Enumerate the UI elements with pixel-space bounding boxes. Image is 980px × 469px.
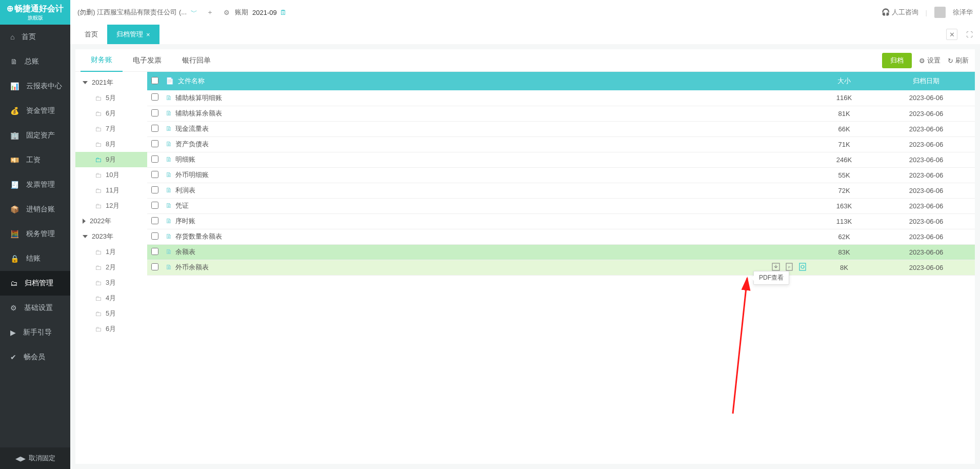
file-date: 2023-06-06 — [877, 229, 975, 244]
tree-year[interactable]: 2023年 — [75, 229, 147, 244]
row-checkbox[interactable] — [151, 171, 158, 178]
calendar-icon[interactable]: 🗓 — [280, 9, 287, 16]
chevron-down-icon[interactable]: ﹀ — [191, 8, 197, 17]
table-row[interactable]: 🗎利润表72K2023-06-06 — [147, 183, 975, 198]
table-row[interactable]: 🗎辅助核算明细账116K2023-06-06 — [147, 90, 975, 106]
sidebar-item-12[interactable]: ▶新手引导 — [0, 320, 70, 345]
file-name: 凭证 — [175, 202, 189, 209]
file-date: 2023-06-06 — [877, 90, 975, 106]
row-checkbox[interactable] — [151, 155, 158, 163]
sidebar-item-2[interactable]: 📊云报表中心 — [0, 74, 70, 99]
refresh-button[interactable]: ↻刷新 — [948, 56, 969, 65]
sidebar-item-1[interactable]: 🗎总账 — [0, 49, 70, 74]
avatar[interactable] — [934, 7, 946, 18]
subtab-bank[interactable]: 银行回单 — [172, 49, 221, 72]
file-size: 116K — [811, 90, 877, 106]
table-row[interactable]: 🗎序时账113K2023-06-06 — [147, 213, 975, 229]
sidebar-item-11[interactable]: ⚙基础设置 — [0, 296, 70, 320]
table-row[interactable]: 🗎外币明细账55K2023-06-06 — [147, 167, 975, 183]
tree-month[interactable]: 🗀6月 — [75, 106, 147, 121]
subtab-einvoice[interactable]: 电子发票 — [123, 49, 172, 72]
file-date: 2023-06-06 — [877, 213, 975, 229]
close-all-button[interactable]: ✕ — [946, 29, 957, 40]
folder-icon: 🗀 — [95, 156, 102, 164]
period-value[interactable]: 2021-09 — [252, 9, 277, 16]
col-filename[interactable]: 📄文件名称 — [163, 72, 811, 90]
sidebar-item-8[interactable]: 🧮税务管理 — [0, 222, 70, 246]
fullscreen-icon[interactable]: ⛶ — [964, 29, 975, 40]
close-icon[interactable]: × — [146, 31, 150, 38]
tree-month[interactable]: 🗀5月 — [75, 306, 147, 321]
table-row[interactable]: 🗎外币余额表P8K2023-06-06 — [147, 260, 975, 275]
tree-month[interactable]: 🗀7月 — [75, 121, 147, 136]
table-row[interactable]: 🗎明细账246K2023-06-06 — [147, 152, 975, 167]
table-row[interactable]: 🗎资产负债表71K2023-06-06 — [147, 136, 975, 152]
table-row[interactable]: 🗎现金流量表66K2023-06-06 — [147, 121, 975, 136]
pdf-view-icon[interactable] — [798, 263, 807, 271]
table-row[interactable]: 🗎余额表83K2023-06-06 — [147, 244, 975, 260]
sidebar-unpin[interactable]: ◀▶取消固定 — [0, 447, 70, 469]
download-pdf-icon[interactable]: P — [785, 263, 793, 271]
gear-icon[interactable]: ⚙ — [224, 9, 230, 16]
tree-month[interactable]: 🗀1月 — [75, 244, 147, 260]
tree-month[interactable]: 🗀10月 — [75, 167, 147, 183]
settings-button[interactable]: ⚙设置 — [919, 56, 941, 65]
row-checkbox[interactable] — [151, 93, 158, 101]
file-name: 序时账 — [175, 217, 195, 225]
plus-icon[interactable]: ＋ — [207, 8, 213, 17]
logo[interactable]: ⊕畅捷通好会计 旗舰版 — [0, 0, 70, 25]
file-icon: 🗎 — [166, 232, 172, 240]
sidebar-item-4[interactable]: 🏢固定资产 — [0, 123, 70, 148]
archive-button[interactable]: 归档 — [882, 53, 912, 68]
tree-month[interactable]: 🗀12月 — [75, 198, 147, 213]
tree-month[interactable]: 🗀4月 — [75, 290, 147, 306]
file-date: 2023-06-06 — [877, 198, 975, 213]
table-row[interactable]: 🗎辅助核算余额表81K2023-06-06 — [147, 106, 975, 121]
row-checkbox[interactable] — [151, 232, 158, 240]
row-checkbox[interactable] — [151, 217, 158, 224]
tree-month[interactable]: 🗀8月 — [75, 136, 147, 152]
table-row[interactable]: 🗎存货数量余额表62K2023-06-06 — [147, 229, 975, 244]
row-checkbox[interactable] — [151, 202, 158, 209]
tree-month[interactable]: 🗀11月 — [75, 183, 147, 198]
help-link[interactable]: 🎧 人工咨询 — [882, 8, 918, 17]
file-icon: 🗎 — [166, 248, 172, 256]
sidebar-item-0[interactable]: ⌂首页 — [0, 25, 70, 49]
subtab-finance[interactable]: 财务账 — [81, 49, 123, 72]
tree-month[interactable]: 🗀5月 — [75, 90, 147, 106]
row-checkbox[interactable] — [151, 125, 158, 132]
sidebar-item-5[interactable]: 💴工资 — [0, 148, 70, 172]
row-checkbox[interactable] — [151, 248, 158, 255]
folder-tree: 2021年🗀5月🗀6月🗀7月🗀8月🗀9月🗀10月🗀11月🗀12月2022年202… — [75, 72, 147, 464]
row-checkbox[interactable] — [151, 109, 158, 116]
sidebar-icon: 💰 — [10, 107, 19, 115]
download-excel-icon[interactable] — [772, 263, 780, 271]
file-icon: 🗎 — [166, 202, 172, 209]
row-checkbox[interactable] — [151, 263, 158, 270]
table-row[interactable]: 🗎凭证163K2023-06-06 — [147, 198, 975, 213]
col-date[interactable]: 归档日期 — [877, 72, 975, 90]
file-size: 246K — [811, 152, 877, 167]
row-checkbox[interactable] — [151, 186, 158, 193]
tree-month[interactable]: 🗀6月 — [75, 321, 147, 337]
sidebar-item-13[interactable]: ✔畅会员 — [0, 345, 70, 369]
company-selector[interactable]: (勿删) 江西服宝精品有限责任公司 (... — [77, 8, 187, 17]
tree-year[interactable]: 2022年 — [75, 213, 147, 229]
sidebar-item-7[interactable]: 📦进销台账 — [0, 197, 70, 222]
sidebar-item-3[interactable]: 💰资金管理 — [0, 99, 70, 123]
tab-archive[interactable]: 归档管理× — [107, 25, 159, 44]
col-size[interactable]: 大小 — [811, 72, 877, 90]
file-name: 明细账 — [175, 155, 195, 163]
sidebar-item-9[interactable]: 🔒结账 — [0, 246, 70, 271]
tab-home[interactable]: 首页 — [75, 25, 107, 44]
tree-month[interactable]: 🗀3月 — [75, 275, 147, 290]
row-checkbox[interactable] — [151, 140, 158, 147]
col-checkbox[interactable] — [147, 72, 163, 90]
tree-month[interactable]: 🗀9月 — [75, 152, 147, 167]
tree-year[interactable]: 2021年 — [75, 75, 147, 90]
sidebar-item-10[interactable]: 🗂归档管理 — [0, 271, 70, 296]
tree-month[interactable]: 🗀2月 — [75, 260, 147, 275]
sidebar-item-6[interactable]: 🧾发票管理 — [0, 172, 70, 197]
chevron-right-icon — [83, 219, 86, 224]
user-name[interactable]: 徐泽华 — [953, 8, 973, 17]
